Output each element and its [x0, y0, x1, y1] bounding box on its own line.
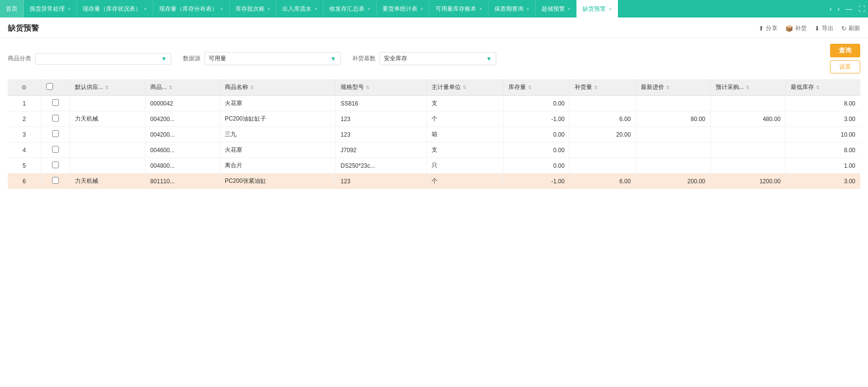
row-replenish-4 — [570, 142, 636, 158]
goods-code-sort[interactable]: 商品... ⇅ — [150, 83, 215, 91]
row-spec-1: SS816 — [336, 96, 427, 111]
min-stock-sort[interactable]: 最低库存 ⇅ — [791, 83, 855, 91]
row-num-1: 1 — [8, 96, 41, 111]
row-minstock-3: 10.00 — [786, 127, 860, 142]
row-checkbox-2[interactable] — [41, 111, 70, 127]
column-checkbox — [41, 79, 70, 96]
table-row: 2 力天机械 004200... PC200油缸缸子 123 个 -1.00 6… — [8, 111, 860, 127]
tab-close-picking[interactable]: × — [68, 6, 71, 12]
tab-shortage[interactable]: 缺货预警 × — [577, 0, 618, 18]
select-all-checkbox[interactable] — [46, 83, 53, 90]
goods-name-sort[interactable]: 商品名称 ⇅ — [225, 83, 330, 91]
est-purchase-sort[interactable]: 预计采购... ⇅ — [716, 83, 781, 91]
replenish-base-select[interactable]: 安全库存 ▼ — [380, 52, 496, 65]
row-unit-1: 支 — [427, 96, 504, 111]
row-price-1 — [636, 96, 710, 111]
refresh-button[interactable]: ↻ 刷新 — [841, 24, 860, 33]
row-spec-4: J7092 — [336, 142, 427, 158]
tab-home[interactable]: 首页 — [0, 0, 24, 18]
column-latest-price: 最新进价 ⇅ — [636, 79, 710, 96]
goods-code-sort-icon: ⇅ — [169, 85, 173, 90]
row-num-5: 5 — [8, 158, 41, 174]
row-select-5[interactable] — [52, 161, 59, 168]
min-stock-sort-icon: ⇅ — [816, 85, 820, 90]
tab-close-stock-dist[interactable]: × — [220, 6, 223, 12]
export-button[interactable]: ⬇ 导出 — [814, 24, 833, 33]
query-button[interactable]: 查询 — [830, 44, 860, 57]
row-select-3[interactable] — [52, 130, 59, 137]
table-row: 1 0000042 火花塞 SS816 支 0.00 8.00 — [8, 96, 860, 111]
tab-close-summary[interactable]: × — [367, 6, 370, 12]
datasource-label: 数据源 — [183, 54, 200, 63]
row-checkbox-3[interactable] — [41, 127, 70, 142]
filter-bar: 商品分类 ▼ 数据源 可用量 ▼ 补货基数 安全库存 ▼ 查询 设置 — [0, 38, 868, 79]
row-spec-2: 123 — [336, 111, 427, 127]
row-num-2: 2 — [8, 111, 41, 127]
tab-close-expiry[interactable]: × — [526, 6, 529, 12]
replenish-qty-sort[interactable]: 补货量 ⇅ — [575, 83, 631, 91]
datasource-select[interactable]: 可用量 ▼ — [204, 52, 341, 65]
row-supplier-3 — [70, 127, 145, 142]
category-select[interactable]: ▼ — [35, 53, 171, 65]
replenish-base-value: 安全库存 — [384, 54, 407, 63]
unit-sort[interactable]: 主计量单位 ⇅ — [432, 83, 498, 91]
tab-close-order-stats[interactable]: × — [420, 6, 423, 12]
tab-close-batch[interactable]: × — [268, 6, 271, 12]
tab-close-stock-status[interactable]: × — [144, 6, 147, 12]
row-supplier-1 — [70, 96, 145, 111]
tab-batch-account[interactable]: 库存批次账 × — [230, 0, 277, 18]
tab-prev-btn[interactable]: ‹ — [827, 0, 835, 18]
row-supplier-5 — [70, 158, 145, 174]
share-button[interactable]: ⬆ 分享 — [759, 24, 778, 33]
page-title: 缺货预警 — [8, 23, 39, 34]
tab-navigation: ‹ › — ⛶ — [827, 0, 868, 18]
row-name-1: 火花塞 — [219, 96, 335, 111]
row-select-6[interactable] — [52, 177, 59, 184]
tab-close-available-ledger[interactable]: × — [479, 6, 482, 12]
tab-summary[interactable]: 收发存汇总表 × — [324, 0, 377, 18]
row-code-5: 004800... — [145, 158, 219, 174]
row-select-2[interactable] — [52, 115, 59, 122]
page-header: 缺货预警 ⬆ 分享 📦 补货 ⬇ 导出 ↻ 刷新 — [0, 18, 868, 38]
row-spec-3: 123 — [336, 127, 427, 142]
column-goods-code: 商品... ⇅ — [145, 79, 219, 96]
table-row: 5 004800... 离合片 DS250*23c... 只 0.00 1.00 — [8, 158, 860, 174]
row-unit-5: 只 — [427, 158, 504, 174]
supplier-sort[interactable]: 默认供应... ⇅ — [75, 83, 140, 91]
tab-flow[interactable]: 出入库流水 × — [276, 0, 324, 18]
spec-sort[interactable]: 规格型号 ⇅ — [341, 83, 421, 91]
row-minstock-4: 8.00 — [786, 142, 860, 158]
datasource-filter-group: 数据源 可用量 ▼ — [183, 52, 341, 65]
replenish-button[interactable]: 📦 补货 — [785, 24, 807, 33]
tab-stock-dist[interactable]: 现存量（库存分布表） × — [153, 0, 230, 18]
row-checkbox-4[interactable] — [41, 142, 70, 158]
tab-available-ledger[interactable]: 可用量库存账本 × — [430, 0, 488, 18]
row-unit-4: 支 — [427, 142, 504, 158]
tab-close-overstock[interactable]: × — [568, 6, 571, 12]
row-checkbox-6[interactable] — [41, 174, 70, 189]
tab-fullscreen-btn[interactable]: ⛶ — [855, 0, 868, 18]
tab-next-btn[interactable]: › — [834, 0, 843, 18]
tab-order-stats[interactable]: 要货单统计表 × — [377, 0, 430, 18]
tab-picking-exception[interactable]: 拣货异常处理 × — [24, 0, 77, 18]
tab-overstock[interactable]: 超储预警 × — [536, 0, 577, 18]
tab-close-flow[interactable]: × — [314, 6, 317, 12]
row-stock-5: 0.00 — [504, 158, 570, 174]
tab-stock-status[interactable]: 现存量（库存状况表） × — [77, 0, 153, 18]
row-supplier-4 — [70, 142, 145, 158]
tab-close-shortage[interactable]: × — [609, 6, 612, 12]
category-filter-group: 商品分类 ▼ — [8, 53, 171, 65]
row-code-3: 004200... — [145, 127, 219, 142]
settings-button[interactable]: 设置 — [830, 60, 860, 73]
row-replenish-2: 6.00 — [570, 111, 636, 127]
tab-minimize-btn[interactable]: — — [843, 0, 855, 18]
share-icon: ⬆ — [759, 25, 764, 32]
stock-sort[interactable]: 库存量 ⇅ — [508, 83, 564, 91]
column-settings[interactable]: ⚙ — [8, 79, 41, 96]
tab-expiry[interactable]: 保质期查询 × — [488, 0, 536, 18]
row-select-4[interactable] — [52, 146, 59, 153]
row-select-1[interactable] — [52, 99, 59, 106]
row-checkbox-5[interactable] — [41, 158, 70, 174]
row-checkbox-1[interactable] — [41, 96, 70, 111]
latest-price-sort[interactable]: 最新进价 ⇅ — [641, 83, 705, 91]
